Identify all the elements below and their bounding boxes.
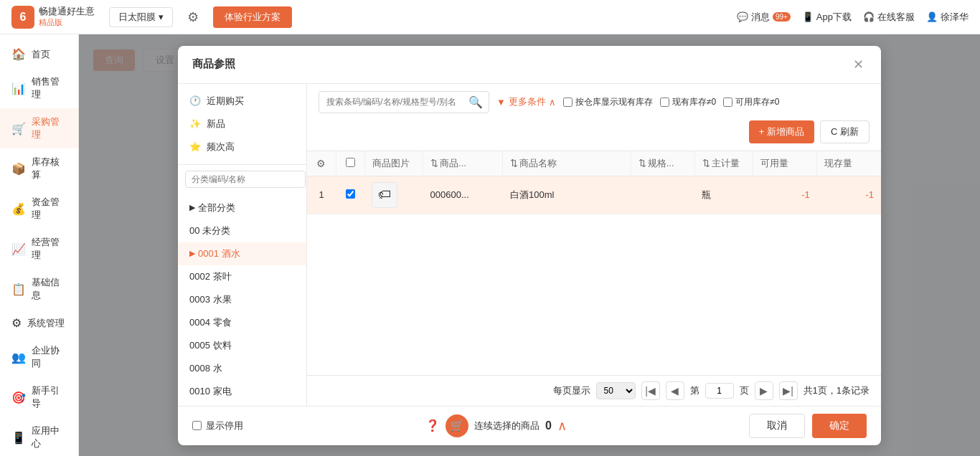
quick-link-frequent[interactable]: ⭐ 频次高 <box>178 136 306 158</box>
settings-icon[interactable]: ⚙ <box>182 6 204 29</box>
cart-icon[interactable]: 🛒 <box>446 414 468 437</box>
pagination-bar: 每页显示 50 10 20 100 |◀ ◀ 第 页 <box>307 375 881 406</box>
inventory-icon: 📦 <box>11 162 26 176</box>
online-service-nav[interactable]: 🎧 在线客服 <box>863 11 915 24</box>
add-product-button[interactable]: + 新增商品 <box>749 120 814 143</box>
mobile-icon: 📱 <box>802 11 814 22</box>
sort-icon-code: ⇅ <box>430 158 438 168</box>
sidebar-item-enterprise[interactable]: 👥 企业协同 <box>0 337 78 377</box>
available-stock-checkbox-label[interactable]: 现有库存≠0 <box>660 96 716 108</box>
apps-icon: 📱 <box>11 431 26 445</box>
th-unit[interactable]: ⇅ 主计量 <box>694 151 753 176</box>
category-item-uncategorized[interactable]: 00 未分类 <box>178 219 306 242</box>
product-search-button[interactable]: 🔍 <box>463 92 489 113</box>
messages-nav[interactable]: 💬 消息 99+ <box>737 11 791 24</box>
operations-icon: 📈 <box>11 242 26 256</box>
next-page-button[interactable]: ▶ <box>755 381 773 400</box>
quick-link-new[interactable]: ✨ 新品 <box>178 113 306 136</box>
row-checkbox[interactable] <box>346 189 355 199</box>
sort-icon-name: ⇅ <box>510 158 518 168</box>
product-search-input[interactable] <box>319 93 463 110</box>
sidebar-item-basic-info[interactable]: 📋 基础信息 <box>0 269 78 309</box>
usable-stock-checkbox-label[interactable]: 可用库存≠0 <box>723 96 779 108</box>
th-spec[interactable]: ⇅ 规格... <box>631 151 694 176</box>
app-download-nav[interactable]: 📱 App下载 <box>802 11 852 24</box>
first-page-button[interactable]: |◀ <box>641 381 660 400</box>
page-number-input[interactable] <box>705 383 734 399</box>
sidebar-item-system[interactable]: ⚙ 系统管理 <box>0 309 78 337</box>
prev-page-button[interactable]: ◀ <box>666 381 684 400</box>
cell-stock: -1 <box>817 176 881 214</box>
th-code[interactable]: ⇅ 商品... <box>423 151 503 176</box>
last-page-button[interactable]: ▶| <box>779 381 798 400</box>
product-search-box: 🔍 <box>319 91 489 113</box>
category-search-input[interactable] <box>185 171 306 188</box>
category-item-all[interactable]: ▶ 全部分类 <box>178 196 306 219</box>
modal-close-button[interactable]: ✕ <box>849 56 867 73</box>
collapse-arrow-icon[interactable]: ∧ <box>557 418 567 434</box>
confirm-button[interactable]: 确定 <box>812 414 867 438</box>
per-page-select[interactable]: 50 10 20 100 <box>596 382 636 399</box>
usable-stock-checkbox[interactable] <box>723 98 732 107</box>
th-image: 商品图片 <box>364 151 423 176</box>
available-stock-checkbox[interactable] <box>660 98 669 107</box>
user-nav[interactable]: 👤 徐泽华 <box>926 11 969 24</box>
avatar: 👤 <box>926 11 938 22</box>
category-item-beverage[interactable]: 0005 饮料 <box>178 334 306 357</box>
product-reference-modal: 商品参照 ✕ 🕐 近期购买 ✨ <box>178 46 881 445</box>
filter-button[interactable]: ▼ 更多条件 ∧ <box>496 95 556 108</box>
sidebar-item-sales[interactable]: 📊 销售管理 <box>0 68 78 108</box>
select-all-checkbox[interactable] <box>346 158 355 167</box>
sidebar-item-inventory[interactable]: 📦 库存核算 <box>0 148 78 189</box>
sidebar-item-home[interactable]: 🏠 首页 <box>0 40 78 68</box>
cell-name: 白酒100ml <box>503 176 631 214</box>
page-label: 第 <box>690 384 699 397</box>
top-nav: 6 畅捷通好生意 精品版 日太阳膜 ▾ ⚙ 体验行业方案 💬 消息 99+ 📱 … <box>0 0 980 34</box>
th-stock[interactable]: 现存量 <box>817 151 881 176</box>
cta-button[interactable]: 体验行业方案 <box>213 6 292 28</box>
logo-text: 畅捷通好生意 <box>39 6 95 18</box>
logo-area: 6 畅捷通好生意 精品版 <box>11 6 95 29</box>
sidebar-item-guide[interactable]: 🎯 新手引导 <box>0 377 78 417</box>
cart-label: 连续选择的商品 <box>474 419 540 432</box>
category-item-appliance[interactable]: 0010 家电 <box>178 380 306 403</box>
category-list: ▶ 全部分类 00 未分类 ▶ 0001 酒水 <box>178 194 306 406</box>
cell-checkbox[interactable] <box>336 176 364 214</box>
category-item-tea[interactable]: 0002 茶叶 <box>178 265 306 288</box>
category-item-fruit[interactable]: 0003 水果 <box>178 288 306 311</box>
show-disabled-checkbox[interactable] <box>192 421 202 430</box>
quick-link-recent[interactable]: 🕐 近期购买 <box>178 90 306 113</box>
category-search-row: 🔍 <box>178 165 306 194</box>
refresh-button[interactable]: C 刷新 <box>820 120 870 143</box>
chevron-down-icon: ▾ <box>159 11 164 22</box>
nav-dropdown[interactable]: 日太阳膜 ▾ <box>109 7 173 27</box>
filter-icon: ▼ <box>496 97 506 108</box>
th-name[interactable]: ⇅ 商品名称 <box>503 151 631 176</box>
th-available[interactable]: 可用量 <box>753 151 817 176</box>
th-settings[interactable]: ⚙ <box>307 151 336 176</box>
shopping-cart-icon: 🛒 <box>450 419 464 432</box>
headset-icon: 🎧 <box>863 11 875 22</box>
sidebar-item-purchase[interactable]: 🛒 采购管理 <box>0 108 78 148</box>
show-disabled-label[interactable]: 显示停用 <box>192 419 243 432</box>
cell-unit: 瓶 <box>694 176 753 214</box>
category-item-water[interactable]: 0008 水 <box>178 357 306 380</box>
warehouse-checkbox-label[interactable]: 按仓库显示现有库存 <box>563 96 653 108</box>
cancel-button[interactable]: 取消 <box>749 414 805 438</box>
product-table: ⚙ 商品图片 <box>307 151 881 214</box>
category-item-snack[interactable]: 0004 零食 <box>178 311 306 334</box>
cell-image: 🏷 <box>364 176 423 214</box>
table-row[interactable]: 1 🏷 000600... <box>307 176 881 214</box>
chevron-up-icon: ∧ <box>549 97 556 108</box>
sidebar-item-operations[interactable]: 📈 经营管理 <box>0 229 78 269</box>
sidebar-item-apps[interactable]: 📱 应用中心 <box>0 417 78 456</box>
category-item-liquor[interactable]: ▶ 0001 酒水 <box>178 242 306 265</box>
warehouse-checkbox[interactable] <box>563 98 573 107</box>
sidebar-item-finance[interactable]: 💰 资金管理 <box>0 189 78 229</box>
finance-icon: 💰 <box>11 202 26 216</box>
sales-icon: 📊 <box>11 82 26 95</box>
modal-body: 🕐 近期购买 ✨ 新品 ⭐ 频次高 <box>178 84 881 406</box>
guide-icon: 🎯 <box>11 391 26 404</box>
per-page-label: 每页显示 <box>553 384 590 397</box>
purchase-icon: 🛒 <box>11 122 26 136</box>
